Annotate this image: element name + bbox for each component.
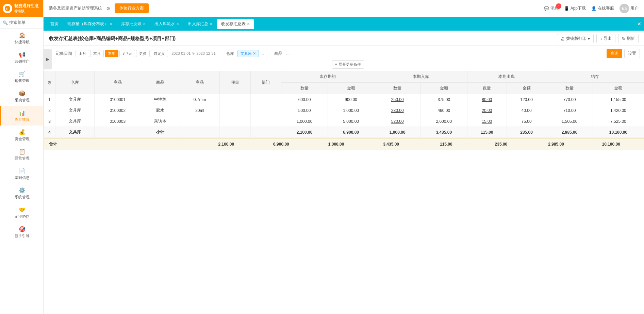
period-btn-last-month[interactable]: 上月 xyxy=(76,50,89,57)
purchase-icon: 📦 xyxy=(19,90,26,97)
tabbar-close-btn[interactable]: ✕ xyxy=(637,21,641,27)
tab-recv-send-label: 收发存汇总表 xyxy=(221,21,246,27)
cell-in-amt: 3,435.00 xyxy=(421,127,467,138)
tab-recv-send-close[interactable]: ✕ xyxy=(247,22,250,26)
cell-in-qty[interactable]: 230.00 xyxy=(374,105,421,116)
cell-goods-code: 0100003 xyxy=(94,116,141,127)
export-btn[interactable]: ↓ 导出 xyxy=(596,34,615,43)
page-actions: 🖨 拨镜版打印 ▾ ↓ 导出 ↻ 刷新 xyxy=(557,34,639,43)
cell-in-qty[interactable]: 1,000.00 xyxy=(374,127,421,138)
sidebar-item-finance[interactable]: 💰 资金管理 xyxy=(0,126,43,145)
sidebar-item-sales[interactable]: 🛒 销售管理 xyxy=(0,67,43,87)
tab-recv-send[interactable]: 收发存汇总表 ✕ xyxy=(217,19,254,29)
goods-dots[interactable]: ··· xyxy=(286,51,290,56)
cell-dept xyxy=(250,105,281,116)
footer-values: 2,100.00 6,900.00 1,000.00 3,435.00 115.… xyxy=(199,142,639,147)
th-out-qty: 数量 xyxy=(467,83,507,94)
period-btn-this-year[interactable]: 本年 xyxy=(105,50,118,57)
sidebar-item-inventory[interactable]: 📊 库存核算 xyxy=(0,106,43,126)
warehouse-dots[interactable]: ··· xyxy=(260,51,264,56)
col-settings-icon[interactable]: ⚙ xyxy=(47,80,52,85)
cell-open-amt: 6,900.00 xyxy=(328,127,374,138)
app-download-btn[interactable]: 📱 App下载 xyxy=(564,5,586,11)
message-btn[interactable]: 💬 消息 6 xyxy=(544,5,559,11)
tab-batch-close[interactable]: ✕ xyxy=(143,22,146,26)
cell-close-qty: 2,985.00 xyxy=(546,127,593,138)
settings-filter-btn[interactable]: 设置 xyxy=(624,49,640,58)
sidebar-item-system-label: 系统管理 xyxy=(15,195,30,200)
cell-out-qty[interactable]: 15.00 xyxy=(467,116,507,127)
quick-nav-icon: 🏠 xyxy=(19,32,26,38)
period-btn-7days[interactable]: 近7天 xyxy=(119,50,135,57)
sidebar-item-system[interactable]: ⚙️ 系统管理 xyxy=(0,184,43,203)
cell-out-amt: 120.00 xyxy=(507,94,546,105)
marketing-icon: 📢 xyxy=(19,51,26,58)
table-footer: 合计 2,100.00 6,900.00 1,000.00 3,435.00 1… xyxy=(44,138,644,150)
service-icon: 👤 xyxy=(591,6,596,11)
warehouse-tag-close[interactable]: ✕ xyxy=(253,51,256,56)
cell-project xyxy=(219,116,250,127)
th-settings: ⚙ xyxy=(44,71,55,94)
expand-conditions-btn[interactable]: ▾ 展开更多条件 xyxy=(332,60,364,69)
tab-in-out-flow-close[interactable]: ✕ xyxy=(176,22,179,26)
gear-icon[interactable]: ⚙ xyxy=(106,6,111,11)
experience-btn[interactable]: 体验行业方案 xyxy=(115,3,149,13)
cell-in-qty[interactable]: 250.00 xyxy=(374,94,421,105)
cell-goods-name: 采访本 xyxy=(141,116,180,127)
sidebar-item-marketing[interactable]: 📢 营销推广 xyxy=(0,48,43,67)
user-menu[interactable]: Ea 用户 xyxy=(620,4,639,13)
sidebar-item-enterprise[interactable]: 🤝 企业协同 xyxy=(0,203,43,222)
tab-stock-dist-close[interactable]: ✕ xyxy=(110,22,112,26)
cell-out-qty[interactable]: 20.00 xyxy=(467,105,507,116)
cell-close-amt: 7,525.00 xyxy=(593,116,644,127)
cell-out-amt: 235.00 xyxy=(507,127,546,138)
refresh-btn[interactable]: ↻ 刷新 xyxy=(618,34,639,43)
query-btn[interactable]: 查询 xyxy=(607,49,622,58)
guide-icon: 🎯 xyxy=(19,226,26,232)
sidebar-item-inventory-label: 库存核算 xyxy=(15,117,30,122)
th-close-amt: 金额 xyxy=(593,83,644,94)
tab-in-out-flow[interactable]: 出入库流水 ✕ xyxy=(150,19,183,29)
tab-in-out-summary-close[interactable]: ✕ xyxy=(210,22,212,26)
cell-in-amt: 460.00 xyxy=(421,105,467,116)
period-btn-custom[interactable]: 自定义 xyxy=(151,50,168,57)
period-btn-more[interactable]: 更多 xyxy=(136,50,150,57)
tab-home[interactable]: 首页 xyxy=(46,19,63,29)
sidebar-item-operations[interactable]: 📋 经营管理 xyxy=(0,145,43,164)
tab-stock-dist[interactable]: 现存量（库存分布表） ✕ xyxy=(63,19,116,29)
cell-out-qty[interactable]: 115.00 xyxy=(467,127,507,138)
main-area: 装备及固定资产辅助管理系统 ⚙ 体验行业方案 💬 消息 6 📱 App下载 👤 … xyxy=(44,0,644,314)
print-icon: 🖨 xyxy=(561,36,565,41)
sidebar-item-quick-nav[interactable]: 🏠 快捷导航 xyxy=(0,29,43,48)
footer-out-amt: 235.00 xyxy=(474,142,529,147)
search-menu-label: 搜索菜单 xyxy=(9,20,26,26)
sidebar-item-basic[interactable]: 📄 基础信息 xyxy=(0,164,43,184)
table-row: 2文具库0100002胶水20ml500.001,000.00230.00460… xyxy=(44,105,644,116)
tab-in-out-summary[interactable]: 出入库汇总 ✕ xyxy=(184,19,216,29)
cell-open-qty: 1,000.00 xyxy=(281,116,328,127)
th-goods-spec: 商品 xyxy=(180,71,219,94)
table-body: 1文具库0100001中性笔0.7mm600.00900.00250.00375… xyxy=(44,94,644,138)
filter-section: ▶ 记账日期 上月 本月 本年 近7天 更多 自定义 2023-01-01 至 … xyxy=(44,46,644,71)
expand-row: ▾ 展开更多条件 xyxy=(56,60,640,69)
tab-batch[interactable]: 库存批次账 ✕ xyxy=(117,19,150,29)
print-btn[interactable]: 🖨 拨镜版打印 ▾ xyxy=(557,34,594,43)
cell-out-qty[interactable]: 80.00 xyxy=(467,94,507,105)
cell-close-amt: 1,420.00 xyxy=(593,105,644,116)
sidebar-item-guide[interactable]: 🎯 新手引导 xyxy=(0,222,43,242)
warehouse-tag: 文具库 ✕ xyxy=(237,50,259,57)
cell-project xyxy=(219,105,250,116)
warehouse-label: 仓库 xyxy=(226,51,234,56)
cell-goods-name: 中性笔 xyxy=(141,94,180,105)
cell-in-qty[interactable]: 520.00 xyxy=(374,116,421,127)
search-menu-item[interactable]: 🔍 搜索菜单 xyxy=(0,17,43,29)
cell-close-amt: 10,100.00 xyxy=(593,127,644,138)
sidebar-item-purchase[interactable]: 📦 采购管理 xyxy=(0,87,43,106)
period-btn-this-month[interactable]: 本月 xyxy=(90,50,104,57)
cell-in-amt: 2,600.00 xyxy=(421,116,467,127)
online-service-btn[interactable]: 👤 在线客服 xyxy=(591,5,614,11)
cell-open-amt: 1,000.00 xyxy=(328,105,374,116)
th-in-qty: 数量 xyxy=(374,83,421,94)
app-name: 畅捷通好生意 xyxy=(14,3,39,9)
filter-expand-arrow[interactable]: ▶ xyxy=(44,49,52,69)
